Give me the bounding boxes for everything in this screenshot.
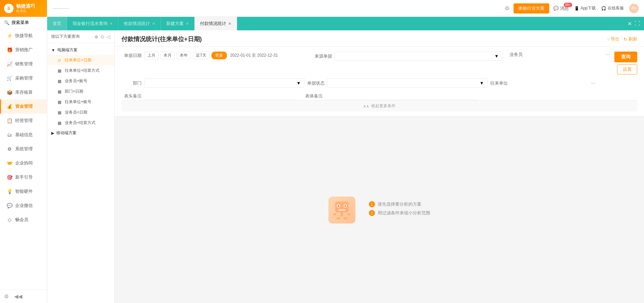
sidebar-item-inventory[interactable]: 📦 库存核算	[0, 85, 47, 99]
tab-receipt-stats[interactable]: 收款情况统计 ✕	[118, 17, 161, 30]
close-all-tabs-icon[interactable]: ✕	[627, 21, 632, 27]
tab-home[interactable]: 首页	[47, 17, 67, 30]
page-actions: ↑ 导出 ↻ 刷新	[607, 36, 638, 42]
sidebar-item-sales[interactable]: 📈 销售管理	[0, 57, 47, 71]
source-select[interactable]: ▼	[335, 52, 502, 61]
mobile-group-label: 移动端方案	[56, 130, 77, 136]
sidebar-item-marketing[interactable]: 🎁 营销推广	[0, 43, 47, 57]
sidebar-search-item[interactable]: 🔍 搜索菜单	[0, 17, 47, 29]
add-scheme-icon[interactable]: ⊕	[94, 34, 98, 39]
settings-icon[interactable]: ⚙	[4, 293, 9, 300]
collapse-more-conditions-btn[interactable]: ∧∧ 收起更多条件	[121, 100, 637, 112]
tab-close-receipt-stats[interactable]: ✕	[152, 22, 155, 26]
scheme-item-partner-settle[interactable]: ▦ 往来单位+结算方式	[47, 65, 114, 76]
query-btn[interactable]: 查询	[614, 52, 637, 62]
scheme-item-staff-date[interactable]: ▦ 业务员+日期	[47, 107, 114, 118]
topbar-settings-icon[interactable]: ⚙	[505, 5, 509, 11]
export-btn[interactable]: ↑ 导出	[607, 36, 620, 42]
refresh-btn[interactable]: ↻ 刷新	[623, 36, 637, 42]
scheme-item-partner-date[interactable]: ⊙ 往来单位+日期	[47, 55, 114, 65]
quick-nav-icon: ⚡	[6, 33, 12, 38]
collapse-sidebar-icon[interactable]: ◀◀	[14, 293, 22, 300]
date-last-month-btn[interactable]: 上月	[144, 52, 158, 59]
basic-info-icon: 🗂	[6, 132, 12, 138]
step-1-text: 请先选择要分析的方案	[378, 201, 421, 207]
note-body-input[interactable]	[325, 92, 478, 100]
date-more-btn[interactable]: 更多	[211, 52, 227, 59]
tab-cash-flow[interactable]: 现金银行流水查询 ✕	[67, 17, 118, 30]
tab-close-payment-stats[interactable]: ✕	[228, 22, 231, 26]
sidebar-item-purchase[interactable]: 🛒 采购管理	[0, 71, 47, 85]
sidebar-item-basic-info[interactable]: 🗂 基础信息	[0, 128, 47, 142]
scheme-item-partner-account[interactable]: ▦ 往来单位+账号	[47, 97, 114, 107]
sidebar-item-system[interactable]: ⚙ 系统管理	[0, 142, 47, 156]
purchase-label: 采购管理	[15, 75, 33, 81]
trial-btn[interactable]: 体验行业方案	[514, 3, 549, 13]
staff-dots-btn[interactable]: ···	[606, 52, 610, 58]
operations-label: 经营管理	[15, 118, 33, 124]
partner-settle-label: 往来单位+结算方式	[65, 68, 99, 73]
quick-nav-label: 快捷导航	[15, 33, 33, 39]
mobile-icon: 📱	[574, 6, 579, 11]
sidebar-item-operations[interactable]: 📋 经营管理	[0, 114, 47, 128]
date-7days-btn[interactable]: 近7天	[193, 52, 209, 59]
scheme-item-icon5: ▦	[57, 110, 62, 115]
dept-date-label: 部门+日期	[65, 89, 83, 94]
search-label: 搜索菜单	[11, 20, 29, 26]
scheme-item-staff-account[interactable]: ▦ 业务员+账号	[47, 76, 114, 86]
dept-select[interactable]: ▼	[144, 79, 304, 88]
sidebar-nav: ⚡ 快捷导航 🎁 营销推广 📈 销售管理 🛒 采购管理 📦 库存核算 💰 资金管…	[0, 29, 47, 290]
desktop-group-label: 电脑端方案	[57, 47, 78, 53]
doc-status-dropdown-icon: ▼	[479, 81, 484, 86]
source-filter-group: 来源单据 ▼	[312, 52, 502, 61]
scheme-item-dept-date[interactable]: ▦ 部门+日期	[47, 86, 114, 97]
online-service-btn[interactable]: 🎧 在线客服	[601, 5, 624, 11]
expand-mobile-icon: ▶	[51, 131, 54, 135]
maximize-icon[interactable]: ⛶	[635, 21, 640, 27]
scheme-panel: 按以下方案查询 ⊕ ⊙ ◁ ▼ 电脑端方案 ⊙ 往来单位+日期 ▦	[47, 30, 115, 303]
step-2-num: 2	[369, 210, 375, 216]
sidebar-item-guide[interactable]: 🎯 新手引导	[0, 170, 47, 184]
scheme-group-mobile[interactable]: ▶ 移动端方案	[47, 128, 114, 138]
svg-rect-7	[341, 212, 343, 216]
sidebar-item-enterprise[interactable]: 🤝 企业协同	[0, 156, 47, 170]
robot-svg	[328, 196, 355, 223]
staff-label: 业务员	[502, 52, 523, 58]
manage-scheme-icon[interactable]: ⊙	[100, 34, 105, 39]
sidebar-item-finance[interactable]: 💰 资金管理	[0, 99, 47, 114]
tab-close-new-plan[interactable]: ✕	[186, 22, 189, 26]
messages-btn[interactable]: 💬 消息 99+	[553, 5, 569, 11]
collapse-scheme-icon[interactable]: ◁	[107, 34, 110, 39]
tab-payment-stats[interactable]: 付款情况统计 ✕	[195, 17, 237, 30]
scheme-item-staff-settle[interactable]: ▦ 业务员+结算方式	[47, 118, 114, 128]
sidebar-item-quick-nav[interactable]: ⚡ 快捷导航	[0, 29, 47, 43]
user-avatar[interactable]: Rit	[629, 4, 639, 13]
main-area: ———— ⚙ 体验行业方案 💬 消息 99+ 📱 App下载 🎧 在线客服 Ri…	[47, 0, 644, 303]
app-edition: 标准版	[16, 9, 35, 13]
note-header-group: 表头备注	[121, 92, 297, 100]
staff-account-label: 业务员+账号	[65, 78, 87, 84]
date-this-month-btn[interactable]: 本月	[160, 52, 175, 59]
tab-close-cash-flow[interactable]: ✕	[110, 22, 113, 26]
sidebar-item-vip[interactable]: ◇ 畅会员	[0, 213, 47, 227]
scheme-item-icon4: ▦	[57, 100, 62, 104]
app-download-btn[interactable]: 📱 App下载	[574, 5, 596, 11]
tabbar-right-controls: ✕ ⛶	[623, 17, 644, 30]
scheme-group-desktop[interactable]: ▼ 电脑端方案	[47, 45, 114, 55]
scheme-item-icon6: ▦	[57, 121, 62, 125]
source-label: 来源单据	[312, 53, 332, 59]
note-header-input[interactable]	[144, 92, 297, 100]
sidebar-item-hardware[interactable]: 💡 智能硬件	[0, 184, 47, 199]
tab-new-plan[interactable]: 新建方案 ✕	[161, 17, 195, 30]
date-this-year-btn[interactable]: 本年	[177, 52, 191, 59]
system-icon: ⚙	[6, 146, 12, 152]
partner-dots-btn[interactable]: ···	[591, 80, 595, 86]
enterprise-icon: 🤝	[6, 160, 12, 166]
sales-icon: 📈	[6, 61, 12, 67]
doc-status-select[interactable]: ▼	[327, 79, 488, 88]
settings-btn[interactable]: 设置	[617, 64, 637, 74]
partner-account-label: 往来单位+账号	[65, 99, 91, 105]
scheme-item-icon: ▦	[57, 68, 62, 73]
sidebar-item-weixin[interactable]: 💬 企业微信	[0, 199, 47, 213]
collapse-chevron-icon: ∧∧	[363, 104, 369, 109]
